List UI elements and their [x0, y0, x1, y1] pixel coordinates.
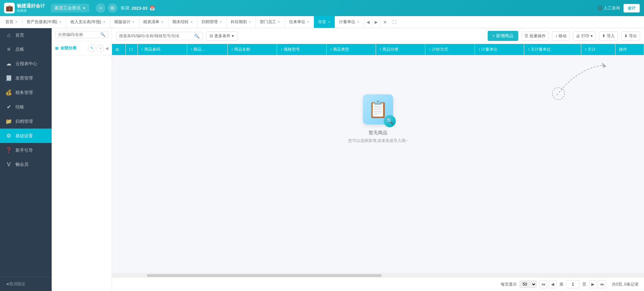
print-label: 打印 — [581, 33, 589, 39]
tab-expand-button[interactable]: ⛶ — [390, 16, 399, 28]
batch-button[interactable]: ☰ 批量操作 — [522, 32, 549, 41]
tab-close-icon[interactable]: × — [307, 20, 310, 24]
tab-close-icon[interactable]: × — [190, 20, 193, 24]
sidebar-item-member[interactable]: V 畅会员 — [0, 157, 52, 172]
invoice-icon: 🧾 — [5, 75, 12, 81]
category-search-input[interactable] — [58, 32, 99, 37]
import-button[interactable]: ⬆ 导入 — [599, 32, 618, 41]
sidebar-item-cloud-label: 云报表中心 — [15, 61, 37, 67]
tab-close-icon[interactable]: × — [327, 20, 331, 24]
tab-close-all-button[interactable]: ✕ — [380, 16, 390, 28]
batch-label: 批量操作 — [530, 33, 546, 39]
empty-state: 📋 🔍 暂无商品 您可以选择新增,或者直接导入哦~ — [112, 55, 644, 183]
page-size-selector[interactable]: 50 100 200 — [520, 281, 537, 288]
th-action-label: 操作 — [619, 47, 627, 52]
calendar-icon[interactable]: 📅 — [150, 6, 155, 11]
headset-icon: 🎧 — [597, 6, 602, 10]
sidebar-item-close-period[interactable]: ✔ 结账 — [0, 100, 52, 114]
sidebar-item-tax[interactable]: 💰 税务管理 — [0, 85, 52, 100]
move-button[interactable]: ↕ 移动 — [552, 32, 570, 41]
tab-counterpart[interactable]: 往来单位 × — [285, 16, 314, 28]
th-main-unit: ↕ 主计量单位 — [524, 44, 581, 55]
main-layout: ⌂ 首页 ≡ 总账 ☁ 云报表中心 🧾 发票管理 💰 税务管理 ✔ 结账 — [0, 28, 644, 291]
th-name: ↕ 商品名称 — [227, 44, 277, 55]
sidebar-item-cloud-report[interactable]: ☁ 云报表中心 — [0, 56, 52, 71]
sidebar-item-invoice[interactable]: 🧾 发票管理 — [0, 71, 52, 85]
all-category-item[interactable]: ⊞ 全部分类 — [55, 44, 88, 52]
content-split: 🔍 ⊞ 全部分类 ✎ ＋ ◀ — [52, 28, 644, 291]
next-page-button[interactable]: ▶ — [589, 280, 597, 288]
sidebar-item-basic-settings[interactable]: ⚙ 基础设置 — [0, 129, 52, 143]
page-size-label: 每页显示 — [501, 282, 517, 287]
company-selector[interactable]: 基层工会测试 ▼ — [51, 4, 89, 12]
filter-button[interactable]: ⊟ 更多条件 ▾ — [206, 32, 237, 41]
tab-balance-sheet[interactable]: 资产负债表(中期) × — [22, 16, 66, 28]
search-input[interactable] — [119, 34, 193, 38]
filter-label: 更多条件 — [214, 33, 230, 39]
app-name: 畅捷通好会计 — [17, 3, 45, 9]
settings-icon[interactable]: ⚙ — [108, 3, 117, 13]
tab-close-icon[interactable]: × — [219, 20, 222, 24]
sidebar-item-archive-label: 归档管理 — [15, 118, 33, 125]
tab-template[interactable]: 模版设计 × — [110, 16, 140, 28]
tab-close-icon[interactable]: × — [357, 20, 360, 24]
help-button[interactable]: 🎧 人工咨询 — [597, 5, 620, 11]
edit-category-button[interactable]: ✎ — [88, 45, 95, 52]
first-page-button[interactable]: ⏮ — [539, 280, 547, 288]
th-spec: ↕ 规格型号 — [277, 44, 326, 55]
tab-home[interactable]: 首页 × — [1, 16, 22, 28]
tab-archive[interactable]: 归档管理 × — [198, 16, 227, 28]
tab-close-icon[interactable]: × — [59, 20, 62, 24]
collapse-panel-button[interactable]: ◀ — [105, 46, 108, 51]
logo-area: 💼 畅捷通好会计 旗舰版 — [4, 3, 48, 13]
sidebar-item-home[interactable]: ⌂ 首页 — [0, 28, 52, 42]
add-category-button[interactable]: ＋ — [97, 45, 104, 52]
tab-close-icon[interactable]: × — [277, 20, 281, 24]
grid-icon: ⊞ — [55, 46, 58, 51]
tab-tax-list[interactable]: 税表清单 × — [139, 16, 168, 28]
tab-unit[interactable]: 计量单位 × — [335, 16, 364, 28]
sidebar-item-guide[interactable]: ❓ 新手引导 — [0, 143, 52, 157]
prev-page-button[interactable]: ◀ — [549, 280, 557, 288]
last-page-button[interactable]: ⏭ — [598, 280, 606, 288]
tab-inventory-label: 存货 — [318, 19, 326, 25]
th-checkbox[interactable]: ☐ — [125, 44, 138, 55]
add-button[interactable]: ＋ — [96, 3, 105, 13]
tab-income-expense[interactable]: 收入支出表(年报) × — [66, 16, 110, 28]
th-main-count-label: ↕ 主计 — [585, 47, 596, 52]
account-button[interactable]: 会计 — [623, 4, 640, 13]
category-search[interactable]: 🔍 — [55, 31, 108, 38]
tab-close-icon[interactable]: × — [248, 20, 252, 24]
import-label: 导入 — [607, 33, 615, 39]
tab-next-button[interactable]: ▶ — [372, 16, 380, 28]
category-header: ⊞ 全部分类 ✎ ＋ ◀ — [52, 41, 112, 55]
member-icon: V — [5, 161, 12, 167]
sidebar-item-archive[interactable]: 📁 归档管理 — [0, 114, 52, 129]
page-size-select[interactable]: 50 100 200 — [520, 281, 537, 288]
tab-prev-button[interactable]: ◀ — [364, 16, 372, 28]
tab-period-carry[interactable]: 期末结转 × — [168, 16, 198, 28]
print-button[interactable]: 🖨 打印 ▾ — [573, 32, 596, 41]
tab-counterpart-label: 往来单位 — [289, 19, 305, 25]
page-number-input[interactable] — [566, 280, 580, 288]
search-bar[interactable]: 🔍 — [116, 32, 203, 40]
tab-inventory[interactable]: 存货 × — [314, 16, 335, 28]
search-icon-2: 🔍 — [100, 32, 105, 37]
tab-subject-init[interactable]: 科目期初 × — [227, 16, 256, 28]
tab-close-icon[interactable]: × — [132, 20, 135, 24]
sidebar-unpin-button[interactable]: ◄取消固定 — [0, 277, 52, 291]
sidebar-item-ledger[interactable]: ≡ 总账 — [0, 42, 52, 56]
sidebar: ⌂ 首页 ≡ 总账 ☁ 云报表中心 🧾 发票管理 💰 税务管理 ✔ 结账 — [0, 28, 52, 291]
horizontal-scrollbar[interactable] — [147, 274, 382, 277]
add-product-button[interactable]: + 新增商品 — [488, 31, 518, 41]
tab-close-icon[interactable]: × — [103, 20, 106, 24]
th-barcode-label: ↕ 商品条码 — [141, 47, 160, 52]
table-container: ⚙ ☐ ↕ 商品条码 ↕ 商品... ↕ 商品名称 — [112, 44, 644, 273]
export-button[interactable]: ⬇ 导出 — [621, 32, 640, 41]
th-spec-label: ↕ 规格型号 — [280, 47, 300, 52]
tab-close-icon[interactable]: × — [15, 20, 18, 24]
tab-dept-staff[interactable]: 部门员工 × — [256, 16, 285, 28]
th-config[interactable]: ⚙ — [112, 44, 125, 55]
tab-close-icon[interactable]: × — [161, 20, 164, 24]
export-icon: ⬇ — [624, 34, 628, 38]
